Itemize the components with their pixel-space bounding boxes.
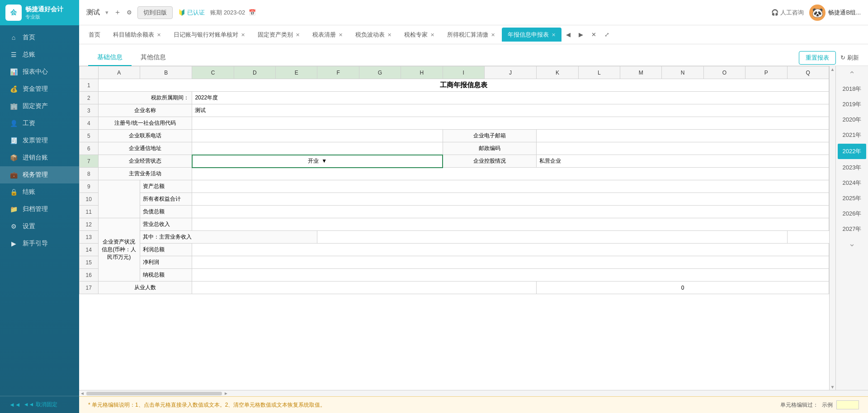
scrollbar-horizontal[interactable]: ◄ ►: [79, 390, 868, 396]
year-2025[interactable]: 2025年: [836, 191, 868, 206]
tab-journal-bank[interactable]: 日记账与银行对账单核对 ✕: [168, 28, 251, 42]
revenue-total-cell[interactable]: [192, 218, 829, 231]
tab-tax-list[interactable]: 税表清册 ✕: [307, 28, 349, 42]
liabilities-cell[interactable]: [192, 206, 829, 218]
col-O[interactable]: O: [703, 66, 745, 79]
col-A[interactable]: A: [98, 66, 140, 79]
tab-close-icon[interactable]: ✕: [157, 32, 161, 38]
col-F[interactable]: F: [317, 66, 359, 79]
tab-close-icon[interactable]: ✕: [491, 32, 495, 38]
postcode-cell[interactable]: [537, 142, 829, 155]
tab-close-icon[interactable]: ✕: [339, 32, 343, 38]
biz-status-dropdown[interactable]: 开业 ▼: [192, 155, 443, 168]
tab-close-icon[interactable]: ✕: [430, 32, 434, 38]
tab-next-icon[interactable]: ▶: [575, 29, 587, 40]
sidebar-item-guide[interactable]: ▶ 新手引导: [0, 235, 79, 252]
col-K[interactable]: K: [537, 66, 578, 79]
sidebar-item-reports[interactable]: 📊 报表中心: [0, 63, 79, 80]
col-P[interactable]: P: [745, 66, 787, 79]
col-N[interactable]: N: [662, 66, 703, 79]
year-scroll-down-icon[interactable]: ⌄: [847, 237, 857, 250]
spreadsheet[interactable]: A B C D E F G H I J K L: [79, 66, 829, 390]
year-2020[interactable]: 2020年: [836, 112, 868, 127]
add-icon[interactable]: ＋: [114, 8, 121, 17]
gear-icon[interactable]: ⚙: [127, 9, 132, 16]
tab-home[interactable]: 首页: [83, 28, 106, 42]
sidebar-item-payroll[interactable]: 👤 工资: [0, 115, 79, 132]
sidebar-item-ledger[interactable]: ☰ 总账: [0, 46, 79, 63]
period-value-cell[interactable]: 2022年度: [192, 92, 829, 104]
year-2022[interactable]: 2022年: [838, 144, 866, 159]
phone-cell[interactable]: [192, 130, 443, 142]
old-version-button[interactable]: 切到旧版: [137, 6, 173, 19]
tab-close-icon[interactable]: ✕: [241, 32, 245, 38]
biz-activity-cell[interactable]: [192, 168, 829, 180]
col-H[interactable]: H: [401, 66, 443, 79]
holding-cell[interactable]: 私营企业: [537, 155, 829, 168]
main-revenue-cell[interactable]: [317, 231, 787, 244]
support-button[interactable]: 🎧 人工咨询: [771, 9, 804, 17]
year-2023[interactable]: 2023年: [836, 160, 868, 175]
calendar-icon[interactable]: 📅: [249, 9, 256, 16]
tab-tax-expert[interactable]: 税检专家 ✕: [398, 28, 440, 42]
sidebar-item-close[interactable]: 🔒 结账: [0, 183, 79, 201]
refresh-button[interactable]: ↻ 刷新: [840, 54, 859, 62]
sidebar-item-funds[interactable]: 💰 资金管理: [0, 80, 79, 98]
tab-income-tax[interactable]: 所得税汇算清缴 ✕: [441, 28, 501, 42]
sidebar-item-assets[interactable]: 🏢 固定资产: [0, 98, 79, 115]
email-cell[interactable]: [537, 130, 829, 142]
year-2024[interactable]: 2024年: [836, 175, 868, 191]
employee-cell[interactable]: [192, 282, 537, 294]
scrollbar-thumb-h[interactable]: [86, 392, 222, 395]
col-M[interactable]: M: [620, 66, 662, 79]
reset-button[interactable]: 重置报表: [799, 51, 836, 65]
year-2018[interactable]: 2018年: [836, 81, 868, 97]
col-I[interactable]: I: [443, 66, 484, 79]
col-G[interactable]: G: [359, 66, 401, 79]
sidebar-item-stock[interactable]: 📦 进销台账: [0, 149, 79, 166]
scroll-right-icon[interactable]: ►: [223, 391, 229, 396]
scroll-down-icon[interactable]: ▼: [830, 384, 835, 390]
user-menu[interactable]: 🐼 畅捷通B组...: [809, 5, 861, 21]
employee-value[interactable]: 0: [537, 282, 829, 294]
address-cell[interactable]: [192, 142, 443, 155]
tab-close-all-icon[interactable]: ✕: [588, 29, 600, 40]
tab-fixed-assets-cat[interactable]: 固定资产类别 ✕: [252, 28, 306, 42]
net-profit-cell[interactable]: [192, 256, 829, 269]
tax-total-cell[interactable]: [192, 269, 829, 282]
year-scroll-up-icon[interactable]: ⌃: [847, 68, 857, 81]
equity-cell[interactable]: [192, 193, 829, 206]
sidebar-item-tax[interactable]: 💼 税务管理: [0, 166, 79, 183]
tab-expand-icon[interactable]: ⤢: [601, 29, 613, 40]
col-B[interactable]: B: [140, 66, 192, 79]
col-C[interactable]: C: [192, 66, 234, 79]
company-name-cell[interactable]: 测试: [192, 104, 829, 117]
dropdown-arrow-icon[interactable]: ▾: [105, 9, 108, 16]
scroll-up-icon[interactable]: ▲: [830, 66, 835, 72]
tab-tax-fluctuation[interactable]: 税负波动表 ✕: [349, 28, 397, 42]
year-2019[interactable]: 2019年: [836, 97, 868, 112]
title-cell[interactable]: 工商年报信息表: [98, 79, 829, 92]
col-J[interactable]: J: [484, 66, 536, 79]
scroll-left-icon[interactable]: ◄: [79, 391, 85, 396]
year-2026[interactable]: 2026年: [836, 206, 868, 221]
col-D[interactable]: D: [234, 66, 275, 79]
sidebar-unpin-button[interactable]: ◄◄ ◄◄ 取消固定: [0, 396, 79, 413]
sidebar-item-home[interactable]: ⌂ 首页: [0, 29, 79, 46]
year-2027[interactable]: 2027年: [836, 221, 868, 237]
sidebar-item-settings[interactable]: ⚙ 设置: [0, 218, 79, 235]
tab-close-icon[interactable]: ✕: [387, 32, 392, 38]
tab-close-icon[interactable]: ✕: [552, 32, 556, 38]
tab-close-icon[interactable]: ✕: [296, 32, 300, 38]
col-Q[interactable]: Q: [787, 66, 829, 79]
profit-total-cell[interactable]: [192, 244, 829, 256]
sidebar-item-invoice[interactable]: 🧾 发票管理: [0, 132, 79, 149]
col-L[interactable]: L: [578, 66, 620, 79]
year-2021[interactable]: 2021年: [836, 127, 868, 143]
sidebar-item-archive[interactable]: 📁 归档管理: [0, 201, 79, 218]
subtab-basic[interactable]: 基础信息: [88, 50, 132, 66]
tab-annual-report[interactable]: 年报信息申报表 ✕: [502, 28, 561, 42]
reg-num-cell[interactable]: [192, 117, 829, 130]
scrollbar-vertical[interactable]: ▲ ▼: [829, 66, 835, 390]
assets-total-cell[interactable]: [192, 180, 829, 193]
